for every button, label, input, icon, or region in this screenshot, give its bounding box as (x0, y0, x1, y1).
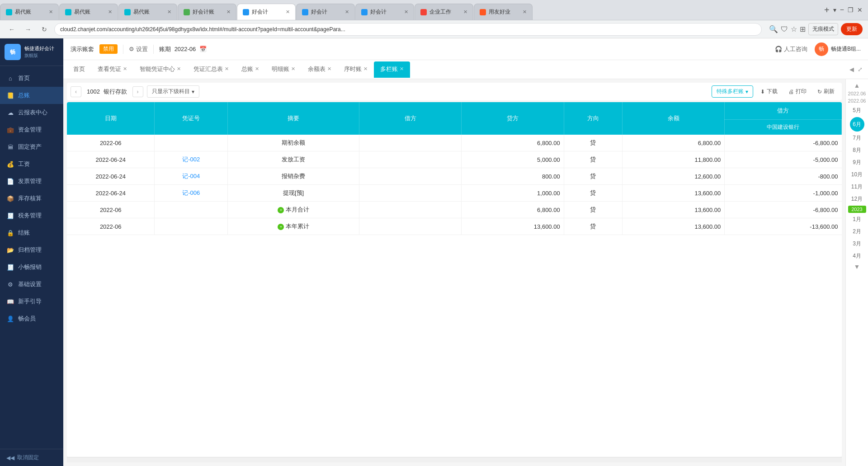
sidebar-footer-btn[interactable]: ◀◀ 取消固定 (0, 449, 63, 466)
content-tab-multi[interactable]: 多栏账 ✕ (374, 61, 410, 78)
badge-green-4: + (278, 207, 284, 213)
shield-icon[interactable]: 🛡 (781, 25, 788, 33)
sidebar-item-guide[interactable]: 📖 新手引导 (0, 293, 63, 310)
bottom-scrollbar[interactable] (67, 457, 842, 462)
sidebar-item-reports[interactable]: ☁ 云报表中心 (0, 104, 63, 121)
sidebar-item-member[interactable]: 👤 畅会员 (0, 310, 63, 327)
refresh-btn[interactable]: ↻ 刷新 (814, 86, 838, 97)
month-item-10月[interactable]: 10月 (848, 169, 866, 180)
month-item-active[interactable]: 6月 (850, 117, 864, 132)
browser-tab-t2[interactable]: 易代账 ✕ (59, 4, 118, 20)
month-item-2023-3月[interactable]: 3月 (848, 238, 866, 249)
extension-icon[interactable]: ⊞ (800, 25, 806, 33)
print-btn[interactable]: 🖨 打印 (785, 86, 810, 97)
tab-close-icon[interactable]: ✕ (345, 9, 349, 15)
month-item-7月[interactable]: 7月 (848, 132, 866, 144)
month-item-8月[interactable]: 8月 (848, 145, 866, 156)
browser-tab-t3[interactable]: 易代账 ✕ (118, 4, 177, 20)
star-icon[interactable]: ☆ (791, 25, 797, 33)
settings-btn[interactable]: ⚙ 设置 (129, 45, 148, 53)
filter-btn[interactable]: 只显示下级科目 ▾ (147, 85, 199, 98)
sidebar-item-assets[interactable]: 🏛 固定资产 (0, 138, 63, 155)
content-tab-summary[interactable]: 凭证汇总表 ✕ (187, 61, 235, 78)
browser-tab-t1[interactable]: 易代账 ✕ (0, 4, 59, 20)
close-btn[interactable]: ✕ (857, 6, 863, 14)
sidebar-item-invoice[interactable]: 📄 发票管理 (0, 173, 63, 190)
maximize-btn[interactable]: ❐ (848, 6, 854, 14)
cell-voucher-1[interactable]: 记-002 (155, 151, 228, 168)
content-tab-balance[interactable]: 余额表 ✕ (302, 61, 338, 78)
content-tab-detail[interactable]: 明细账 ✕ (265, 61, 302, 78)
content-tab-general[interactable]: 总账 ✕ (235, 61, 265, 78)
tab-collapse-btn[interactable]: ◀ ⤢ (848, 64, 864, 75)
content-tab-close-balance[interactable]: ✕ (327, 66, 331, 72)
support-btn[interactable]: 🎧 人工咨询 (775, 45, 807, 53)
user-avatar[interactable]: 畅 (815, 42, 828, 56)
reload-btn[interactable]: ↻ (38, 23, 51, 36)
expand-icon[interactable]: ⤢ (858, 66, 863, 73)
browser-tab-t9[interactable]: 用友好业 ✕ (474, 4, 533, 20)
content-tab-close-general[interactable]: ✕ (255, 66, 259, 72)
sidebar-item-expense[interactable]: 🧾 小畅报销 (0, 259, 63, 276)
browser-tab-t4[interactable]: 好会计账 ✕ (178, 4, 236, 20)
month-item-12月[interactable]: 12月 (848, 193, 866, 205)
incognito-mode-btn[interactable]: 无痕模式 (808, 23, 838, 35)
update-btn[interactable]: 更新 (841, 23, 863, 35)
calendar-icon[interactable]: 📅 (199, 46, 207, 52)
month-scroll-up[interactable]: ▲ (850, 81, 864, 90)
back-btn[interactable]: ← (5, 23, 18, 36)
month-item-2023-2月[interactable]: 2月 (848, 226, 866, 237)
cell-voucher-2[interactable]: 记-004 (155, 168, 228, 185)
month-year-2023[interactable]: 2023 (848, 206, 866, 213)
tab-close-icon[interactable]: ✕ (108, 9, 112, 15)
account-prev-btn[interactable]: ‹ (71, 86, 81, 97)
content-tab-close-summary[interactable]: ✕ (225, 66, 229, 72)
address-input[interactable] (54, 23, 762, 36)
tab-new-btn[interactable]: + (824, 5, 830, 14)
browser-tab-t5[interactable]: 好会计 ✕ (237, 4, 296, 20)
search-icon[interactable]: 🔍 (769, 25, 778, 33)
sidebar-item-payroll[interactable]: 💰 工资 (0, 155, 63, 173)
tab-close-icon[interactable]: ✕ (404, 9, 408, 15)
demo-badge-btn[interactable]: 禁用 (99, 44, 118, 54)
account-next-btn[interactable]: › (132, 86, 143, 97)
content-tab-close-smart[interactable]: ✕ (177, 66, 181, 72)
sidebar-item-closing[interactable]: 🔒 结账 (0, 224, 63, 241)
content-tab-close-sequence[interactable]: ✕ (363, 66, 368, 72)
sidebar-item-funds[interactable]: 💼 资金管理 (0, 121, 63, 138)
download-btn[interactable]: ⬇ 下载 (757, 86, 781, 97)
content-tab-close-multi[interactable]: ✕ (400, 66, 404, 72)
browser-tab-t8[interactable]: 企业工作 ✕ (415, 4, 473, 20)
content-tab-home[interactable]: 首页 (67, 61, 91, 78)
month-item-11月[interactable]: 11月 (848, 181, 866, 193)
tab-close-icon[interactable]: ✕ (226, 9, 231, 15)
content-tab-vouchers[interactable]: 查看凭证 ✕ (91, 61, 133, 78)
sidebar-item-archive[interactable]: 📂 归档管理 (0, 241, 63, 259)
cell-voucher-3[interactable]: 记-006 (155, 185, 228, 202)
month-item-2023-1月[interactable]: 1月 (848, 214, 866, 225)
tab-close-icon[interactable]: ✕ (49, 9, 53, 15)
sidebar-item-home[interactable]: ⌂ 首页 (0, 70, 63, 87)
tab-close-icon[interactable]: ✕ (286, 9, 290, 15)
content-tab-close-detail[interactable]: ✕ (291, 66, 295, 72)
special-multi-btn[interactable]: 特殊多栏账 ▾ (712, 85, 753, 98)
month-item-5月[interactable]: 5月 (848, 105, 866, 116)
minimize-btn[interactable]: − (840, 6, 844, 14)
sidebar-item-inventory[interactable]: 📦 库存核算 (0, 190, 63, 207)
sidebar-item-tax[interactable]: 🧾 税务管理 (0, 207, 63, 224)
tab-close-icon[interactable]: ✕ (523, 9, 527, 15)
content-tab-smart[interactable]: 智能凭证中心 ✕ (133, 61, 187, 78)
content-tab-sequence[interactable]: 序时账 ✕ (338, 61, 374, 78)
sidebar-item-ledger[interactable]: 📒 总账 (0, 87, 63, 104)
forward-btn[interactable]: → (22, 23, 34, 36)
content-tab-close-vouchers[interactable]: ✕ (123, 66, 127, 72)
tab-list-btn[interactable]: ▾ (833, 6, 836, 14)
sidebar-item-settings[interactable]: ⚙ 基础设置 (0, 276, 63, 293)
tab-close-icon[interactable]: ✕ (463, 9, 467, 15)
tab-close-icon[interactable]: ✕ (167, 9, 171, 15)
month-item-9月[interactable]: 9月 (848, 157, 866, 168)
browser-tab-t7[interactable]: 好会计 ✕ (355, 4, 414, 20)
month-item-2023-4月[interactable]: 4月 (848, 250, 866, 262)
month-scroll-down[interactable]: ▼ (850, 262, 864, 271)
browser-tab-t6[interactable]: 好会计 ✕ (296, 4, 355, 20)
